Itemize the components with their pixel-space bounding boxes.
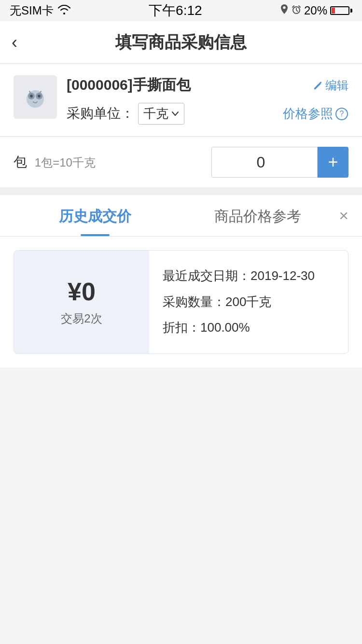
svg-point-4 [30, 95, 33, 98]
svg-point-5 [38, 95, 41, 98]
qty-left: 包 1包=10千克 [14, 153, 96, 171]
qty-plus-button[interactable]: + [318, 147, 348, 178]
tab-history-price[interactable]: 历史成交价 [14, 195, 176, 236]
status-right: 20% [280, 4, 352, 17]
status-bar: 无SIM卡 下午6:12 20% [0, 0, 362, 21]
battery-icon [330, 6, 352, 15]
qty-controls: + [211, 147, 348, 178]
svg-text:?: ? [340, 110, 344, 118]
unit-selector[interactable]: 千克 [138, 103, 184, 125]
conversion-note: 1包=10千克 [35, 156, 96, 169]
page-title: 填写商品采购信息 [115, 31, 247, 54]
price-panel: 历史成交价 商品价格参考 × ¥0 交易2次 最近成交日期：2019-12-30… [0, 195, 362, 367]
price-cards: ¥0 交易2次 最近成交日期：2019-12-30 采购数量：200千克 折扣：… [0, 237, 362, 367]
product-info: [0000006]手撕面包 编辑 采购单位： 千克 价格参照 ? [67, 75, 348, 125]
alarm-icon [292, 4, 301, 17]
price-card-left: ¥0 交易2次 [14, 251, 149, 353]
quantity-row: 包 1包=10千克 + [0, 137, 362, 187]
tab-product-price-ref[interactable]: 商品价格参考 [176, 195, 339, 236]
battery-percent: 20% [304, 4, 327, 17]
price-qty-row: 采购数量：200千克 [163, 292, 334, 312]
section-divider [0, 187, 362, 195]
location-icon [280, 4, 289, 17]
price-card-right: 最近成交日期：2019-12-30 采购数量：200千克 折扣：100.00% [149, 251, 348, 353]
network-label: 无SIM卡 [10, 3, 54, 18]
price-card: ¥0 交易2次 最近成交日期：2019-12-30 采购数量：200千克 折扣：… [14, 250, 348, 354]
wifi-icon [57, 4, 71, 17]
package-label: 包 [14, 154, 27, 169]
status-time: 下午6:12 [149, 1, 202, 20]
product-thumbnail [14, 75, 57, 119]
unit-label: 采购单位： 千克 [67, 103, 184, 125]
edit-button[interactable]: 编辑 [313, 78, 348, 93]
status-left: 无SIM卡 [10, 3, 71, 18]
price-trades-count: 交易2次 [61, 311, 102, 326]
price-discount-row: 折扣：100.00% [163, 318, 334, 338]
price-tabs: 历史成交价 商品价格参考 × [0, 195, 362, 237]
nav-bar: ‹ 填写商品采购信息 [0, 21, 362, 64]
svg-point-1 [27, 90, 44, 108]
back-button[interactable]: ‹ [12, 32, 17, 53]
product-name: [0000006]手撕面包 [67, 75, 191, 95]
quantity-input[interactable] [211, 147, 318, 178]
price-reference-button[interactable]: 价格参照 ? [283, 105, 348, 122]
price-main-value: ¥0 [68, 277, 96, 306]
price-date-row: 最近成交日期：2019-12-30 [163, 266, 334, 286]
panel-close-button[interactable]: × [339, 196, 348, 235]
product-card: [0000006]手撕面包 编辑 采购单位： 千克 价格参照 ? [0, 64, 362, 137]
page-background [0, 367, 362, 644]
